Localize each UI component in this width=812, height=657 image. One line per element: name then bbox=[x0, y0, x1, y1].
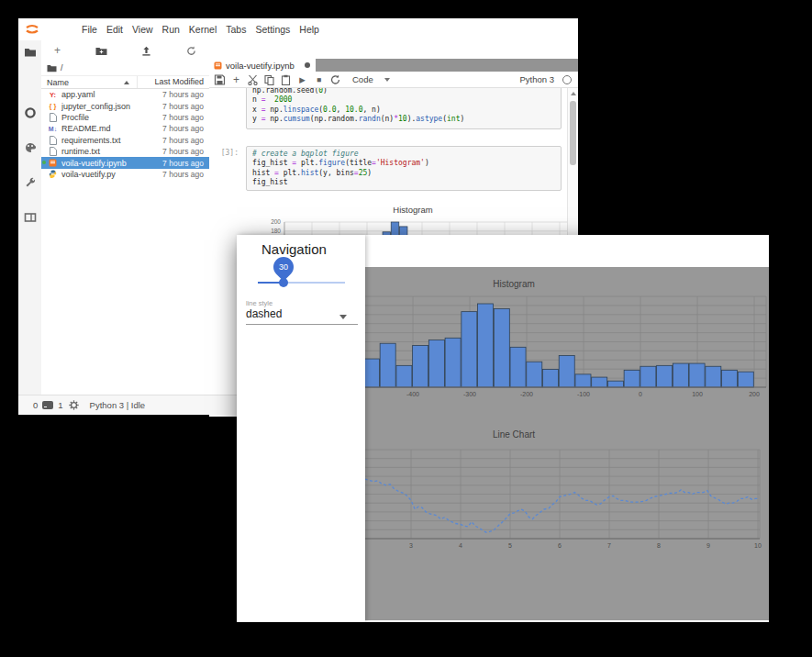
menu-view[interactable]: View bbox=[128, 24, 158, 35]
menu-kernel[interactable]: Kernel bbox=[184, 24, 221, 35]
sort-ascending-icon[interactable] bbox=[124, 81, 129, 84]
file-row[interactable]: voila-vuetify.py 7 hours ago bbox=[41, 169, 209, 180]
restart-icon[interactable] bbox=[329, 74, 341, 85]
menu-settings[interactable]: Settings bbox=[250, 24, 295, 35]
terminal-count[interactable]: 0 bbox=[33, 400, 38, 410]
kernel-status-icon[interactable] bbox=[562, 75, 572, 84]
file-row[interactable]: Y: app.yaml 7 hours ago bbox=[41, 89, 209, 100]
notebook-tab[interactable]: voila-vuetify.ipynb bbox=[209, 59, 316, 72]
file-list: Y: app.yaml 7 hours ago { } jupyter_conf… bbox=[41, 89, 209, 180]
file-browser-icon[interactable] bbox=[24, 46, 37, 59]
select-underline bbox=[246, 324, 358, 325]
svg-text:100: 100 bbox=[692, 391, 703, 397]
column-last-modified[interactable]: Last Modified bbox=[137, 76, 209, 88]
file-browser-toolbar: + bbox=[41, 40, 209, 61]
scrollbar-thumb[interactable] bbox=[570, 101, 576, 165]
navigation-drawer: Navigation 30 line style dashed bbox=[237, 235, 365, 622]
svg-text:4: 4 bbox=[459, 542, 462, 549]
slider-value-balloon: 30 bbox=[269, 252, 297, 281]
slider-thumb[interactable] bbox=[279, 278, 288, 287]
dock-tab-bar: voila-vuetify.ipynb bbox=[209, 59, 578, 72]
file-list-header: Name Last Modified bbox=[41, 75, 209, 89]
new-launcher-icon[interactable]: + bbox=[54, 44, 61, 57]
code-cell-input[interactable]: # create a bqplot figurefig_hist = plt.f… bbox=[246, 146, 562, 191]
menu-edit[interactable]: Edit bbox=[102, 24, 128, 35]
chevron-down-icon[interactable] bbox=[384, 78, 390, 82]
svg-text:200: 200 bbox=[749, 391, 760, 397]
breadcrumb[interactable]: / bbox=[41, 61, 209, 75]
cell-prompt: [3]: bbox=[209, 149, 239, 157]
file-row[interactable]: M↓ README.md 7 hours ago bbox=[41, 123, 209, 134]
file-row[interactable]: Procfile 7 hours ago bbox=[41, 112, 209, 123]
file-row[interactable]: runtime.txt 7 hours ago bbox=[41, 146, 209, 157]
voila-dialog: Histogram-400-300-200-1000100200 Line Ch… bbox=[237, 235, 769, 622]
menu-help[interactable]: Help bbox=[295, 24, 324, 35]
menu-bar: File Edit View Run Kernel Tabs Settings … bbox=[18, 18, 578, 41]
new-folder-icon[interactable] bbox=[95, 46, 107, 56]
kernel-name[interactable]: Python 3 bbox=[520, 74, 555, 84]
jupyter-logo-icon bbox=[24, 23, 40, 36]
chevron-down-icon[interactable] bbox=[339, 315, 347, 319]
voila-output-area: Histogram-400-300-200-1000100200 Line Ch… bbox=[365, 267, 769, 620]
file-icon bbox=[48, 113, 58, 121]
svg-text:Line Chart: Line Chart bbox=[493, 429, 535, 440]
running-sessions-icon[interactable] bbox=[24, 106, 37, 119]
json-file-icon: { } bbox=[48, 102, 58, 110]
refresh-icon[interactable] bbox=[186, 46, 196, 56]
svg-text:3: 3 bbox=[409, 542, 413, 549]
menu-tabs[interactable]: Tabs bbox=[221, 24, 250, 35]
file-row[interactable]: requirements.txt 7 hours ago bbox=[41, 135, 209, 146]
svg-text:Histogram: Histogram bbox=[493, 279, 535, 289]
svg-text:6: 6 bbox=[558, 542, 562, 549]
file-row[interactable]: { } jupyter_config.json 7 hours ago bbox=[41, 100, 209, 111]
kernel-status-text[interactable]: Python 3 | Idle bbox=[90, 400, 146, 410]
save-icon[interactable] bbox=[214, 74, 226, 85]
run-icon[interactable]: ▶ bbox=[296, 74, 308, 85]
open-tabs-icon[interactable] bbox=[24, 211, 37, 224]
gear-icon[interactable] bbox=[69, 400, 79, 410]
svg-text:10: 10 bbox=[754, 542, 762, 549]
svg-text:Histogram: Histogram bbox=[393, 205, 432, 215]
drawer-title: Navigation bbox=[261, 241, 327, 257]
kernel-count[interactable]: 1 bbox=[58, 400, 62, 410]
upload-icon[interactable] bbox=[141, 46, 151, 56]
svg-text:7: 7 bbox=[607, 542, 611, 549]
notebook-file-icon bbox=[214, 61, 222, 70]
left-activity-bar bbox=[18, 40, 42, 395]
cut-icon[interactable] bbox=[247, 74, 259, 85]
svg-text:8: 8 bbox=[657, 542, 661, 549]
home-folder-icon[interactable] bbox=[47, 64, 57, 72]
menu-run[interactable]: Run bbox=[158, 24, 184, 35]
scroll-up-icon[interactable] bbox=[571, 92, 576, 95]
terminal-icon[interactable] bbox=[42, 401, 53, 409]
add-cell-icon[interactable]: + bbox=[230, 74, 242, 85]
svg-text:5: 5 bbox=[508, 542, 512, 549]
tab-label: voila-vuetify.ipynb bbox=[226, 61, 305, 71]
line-style-select[interactable]: dashed bbox=[246, 307, 282, 320]
paste-icon[interactable] bbox=[280, 74, 292, 85]
stop-icon[interactable]: ■ bbox=[313, 74, 325, 85]
unsaved-changes-dot[interactable] bbox=[305, 62, 310, 68]
property-inspector-icon[interactable] bbox=[24, 176, 37, 189]
notebook-file-icon bbox=[48, 159, 58, 167]
cell-type-dropdown[interactable]: Code bbox=[352, 74, 373, 84]
file-row-selected[interactable]: voila-vuetify.ipynb 7 hours ago bbox=[41, 157, 209, 168]
svg-text:-400: -400 bbox=[406, 391, 419, 397]
screen: File Edit View Run Kernel Tabs Settings … bbox=[0, 0, 812, 657]
menu-file[interactable]: File bbox=[77, 24, 102, 35]
svg-text:9: 9 bbox=[706, 542, 710, 549]
command-palette-icon[interactable] bbox=[24, 141, 37, 154]
notebook-toolbar: + ▶ ■ Code Python 3 bbox=[209, 72, 578, 88]
copy-icon[interactable] bbox=[263, 74, 275, 85]
svg-text:200: 200 bbox=[271, 218, 281, 225]
markdown-file-icon: M↓ bbox=[48, 125, 58, 133]
column-name[interactable]: Name bbox=[41, 78, 124, 87]
svg-text:-200: -200 bbox=[520, 391, 533, 397]
file-icon bbox=[48, 148, 58, 156]
svg-text:180: 180 bbox=[271, 228, 281, 234]
breadcrumb-path: / bbox=[61, 63, 63, 72]
svg-text:-300: -300 bbox=[463, 391, 476, 397]
file-browser-panel: + / Name Last Modified bbox=[41, 40, 210, 395]
code-cell-input[interactable]: np.random.seed(0)n = 2000x = np.linspace… bbox=[246, 88, 562, 129]
svg-text:0: 0 bbox=[639, 391, 642, 397]
